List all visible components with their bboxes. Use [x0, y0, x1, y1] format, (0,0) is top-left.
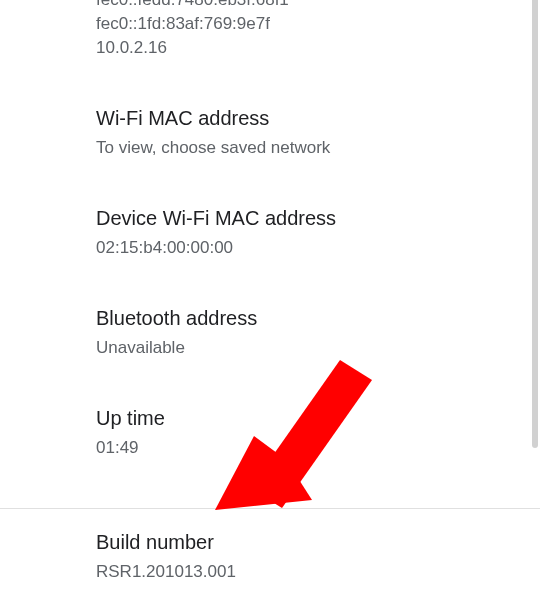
- row-bluetooth-address[interactable]: Bluetooth address Unavailable: [96, 282, 510, 382]
- uptime-title: Up time: [96, 404, 510, 432]
- wifi-mac-title: Wi-Fi MAC address: [96, 104, 510, 132]
- wifi-mac-sub: To view, choose saved network: [96, 136, 510, 160]
- device-wifi-mac-value: 02:15:b4:00:00:00: [96, 236, 510, 260]
- uptime-value: 01:49: [96, 436, 510, 460]
- divider: [0, 508, 540, 509]
- scrollbar-thumb[interactable]: [532, 0, 538, 448]
- row-up-time[interactable]: Up time 01:49: [96, 382, 510, 482]
- ip-address-values: fec0::fedd:7480:eb3f:68f1 fec0::1fd:83af…: [96, 0, 510, 60]
- row-ip-address[interactable]: fec0::fedd:7480:eb3f:68f1 fec0::1fd:83af…: [96, 0, 510, 82]
- bluetooth-value: Unavailable: [96, 336, 510, 360]
- row-build-number[interactable]: Build number RSR1.201013.001: [96, 510, 510, 596]
- bluetooth-title: Bluetooth address: [96, 304, 510, 332]
- row-wifi-mac-address[interactable]: Wi-Fi MAC address To view, choose saved …: [96, 82, 510, 182]
- build-number-value: RSR1.201013.001: [96, 560, 510, 584]
- device-wifi-mac-title: Device Wi-Fi MAC address: [96, 204, 510, 232]
- row-device-wifi-mac[interactable]: Device Wi-Fi MAC address 02:15:b4:00:00:…: [96, 182, 510, 282]
- build-number-title: Build number: [96, 528, 510, 556]
- about-phone-settings: fec0::fedd:7480:eb3f:68f1 fec0::1fd:83af…: [0, 0, 540, 588]
